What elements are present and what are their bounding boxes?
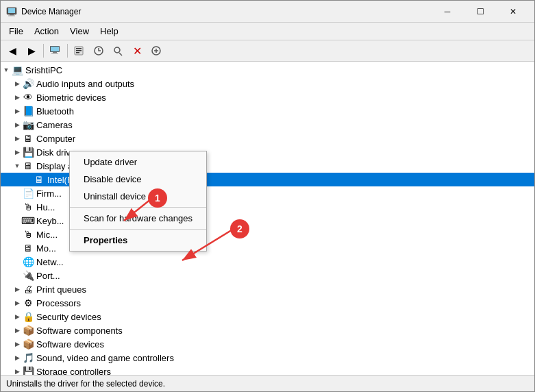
tree-item-icon-keyb: ⌨ <box>23 215 34 226</box>
tree-item-label-sound: Sound, video and game controllers <box>36 353 174 363</box>
status-bar: Uninstalls the driver for the selected d… <box>1 375 534 391</box>
menu-help[interactable]: Help <box>95 24 124 38</box>
tree-expand-icon[interactable]: ▶ <box>12 92 23 103</box>
tree-expand-icon[interactable]: ▶ <box>12 133 23 144</box>
ctx-item-properties[interactable]: Properties <box>70 232 206 249</box>
tree-expand-icon <box>23 174 34 185</box>
tree-expand-icon[interactable]: ▶ <box>12 106 23 117</box>
tree-item-root[interactable]: ▼💻SrishtiPC <box>1 63 534 77</box>
tree-item-cameras[interactable]: ▶📷Cameras <box>1 118 534 132</box>
toolbar: ◀ ▶ <box>1 40 534 62</box>
tree-item-icon-firmware: 📄 <box>23 188 34 199</box>
tree-item-label-root: SrishtiPC <box>25 65 62 75</box>
svg-rect-3 <box>8 15 15 16</box>
tree-item-label-biometric: Biometric devices <box>36 93 106 103</box>
ctx-item-scan[interactable]: Scan for hardware changes <box>70 210 206 227</box>
tree-item-ports[interactable]: 🔌Port... <box>1 269 534 282</box>
toolbar-forward[interactable]: ▶ <box>23 42 40 59</box>
toolbar-properties[interactable] <box>71 42 88 59</box>
tree-expand-icon[interactable]: ▶ <box>12 284 23 295</box>
tree-expand-icon[interactable]: ▶ <box>12 119 23 130</box>
tree-expand-icon[interactable]: ▶ <box>12 311 23 322</box>
tree-item-biometric[interactable]: ▶👁Biometric devices <box>1 90 534 104</box>
svg-rect-11 <box>76 52 79 53</box>
toolbar-update[interactable] <box>90 42 108 59</box>
close-button[interactable]: ✕ <box>497 1 529 23</box>
tree-item-label-audio: Audio inputs and outputs <box>36 79 134 89</box>
tree-item-icon-mice: 🖱 <box>23 229 34 240</box>
toolbar-delete[interactable]: ✕ <box>128 42 146 59</box>
tree-item-label-bluetooth: Bluetooth <box>36 106 74 117</box>
tree-item-software_comp[interactable]: ▶📦Software components <box>1 323 534 337</box>
menu-file[interactable]: File <box>3 24 29 38</box>
menu-view[interactable]: View <box>64 24 95 38</box>
tree-expand-icon[interactable]: ▶ <box>12 325 23 336</box>
status-text: Uninstalls the driver for the selected d… <box>6 379 165 389</box>
tree-item-network[interactable]: 🌐Netw... <box>1 255 534 269</box>
tree-item-icon-display: 🖥 <box>23 160 34 171</box>
tree-expand-icon <box>12 201 23 212</box>
svg-rect-5 <box>51 47 59 51</box>
tree-expand-icon[interactable]: ▶ <box>12 78 23 89</box>
svg-rect-10 <box>76 50 82 51</box>
content-area: ▼💻SrishtiPC▶🔊Audio inputs and outputs▶👁B… <box>1 62 534 375</box>
tree-item-label-network: Netw... <box>36 257 64 267</box>
tree-expand-icon[interactable]: ▶ <box>12 297 23 308</box>
tree-item-label-keyb: Keyb... <box>36 216 64 226</box>
tree-expand-icon[interactable]: ▶ <box>12 366 23 375</box>
tree-item-label-storage: Storage controllers <box>36 367 111 376</box>
tree-item-icon-cameras: 📷 <box>23 119 34 130</box>
tree-expand-icon[interactable]: ▼ <box>12 160 23 171</box>
tree-item-computer[interactable]: ▶🖥Computer <box>1 132 534 145</box>
toolbar-add[interactable] <box>147 42 165 59</box>
device-manager-window: Device Manager ─ ☐ ✕ File Action View He… <box>0 0 535 392</box>
tree-item-label-ports: Port... <box>36 271 60 281</box>
ctx-separator <box>70 207 206 208</box>
tree-expand-icon <box>12 256 23 267</box>
tree-expand-icon[interactable]: ▶ <box>12 339 23 350</box>
toolbar-sep-1 <box>43 44 44 58</box>
tree-item-security[interactable]: ▶🔒Security devices <box>1 310 534 323</box>
ctx-item-disable[interactable]: Disable device <box>70 171 206 188</box>
title-bar-buttons: ─ ☐ ✕ <box>432 1 529 23</box>
svg-rect-6 <box>53 52 57 53</box>
tree-item-icon-security: 🔒 <box>23 311 34 322</box>
tree-expand-icon[interactable]: ▼ <box>1 64 12 75</box>
tree-item-software_dev[interactable]: ▶📦Software devices <box>1 337 534 351</box>
toolbar-sep-2 <box>67 44 68 58</box>
tree-item-print[interactable]: ▶🖨Print queues <box>1 282 534 296</box>
menu-action[interactable]: Action <box>29 24 64 38</box>
toolbar-back[interactable]: ◀ <box>3 42 21 59</box>
minimize-button[interactable]: ─ <box>432 1 463 23</box>
tree-item-label-software_dev: Software devices <box>36 339 104 350</box>
title-bar: Device Manager ─ ☐ ✕ <box>1 1 534 23</box>
tree-item-storage[interactable]: ▶💾Storage controllers <box>1 365 534 375</box>
svg-point-13 <box>114 47 120 53</box>
tree-item-label-security: Security devices <box>36 312 101 322</box>
svg-rect-7 <box>51 53 58 54</box>
tree-expand-icon[interactable]: ▶ <box>12 352 23 363</box>
menu-bar: File Action View Help <box>1 23 534 40</box>
tree-expand-icon[interactable]: ▶ <box>12 147 23 158</box>
tree-expand-icon <box>12 229 23 240</box>
svg-rect-2 <box>10 14 14 16</box>
toolbar-scan[interactable] <box>109 42 127 59</box>
tree-expand-icon <box>12 243 23 254</box>
tree-expand-icon <box>12 188 23 199</box>
maximize-button[interactable]: ☐ <box>464 1 496 23</box>
tree-item-label-software_comp: Software components <box>36 326 123 336</box>
ctx-item-uninstall[interactable]: Uninstall device <box>70 188 206 205</box>
tree-item-label-hum: Hu... <box>36 202 55 212</box>
tree-item-icon-biometric: 👁 <box>23 92 34 103</box>
tree-item-label-monitors: Mo... <box>36 243 56 254</box>
tree-item-sound[interactable]: ▶🎵Sound, video and game controllers <box>1 351 534 365</box>
ctx-item-update[interactable]: Update driver <box>70 154 206 171</box>
tree-item-label-processors: Processors <box>36 298 81 308</box>
tree-item-label-print: Print queues <box>36 284 86 295</box>
tree-item-processors[interactable]: ▶⚙Processors <box>1 296 534 310</box>
tree-item-icon-network: 🌐 <box>23 256 34 267</box>
toolbar-computer[interactable] <box>47 42 64 59</box>
tree-item-label-cameras: Cameras <box>36 120 73 130</box>
tree-item-bluetooth[interactable]: ▶📘Bluetooth <box>1 104 534 118</box>
tree-item-audio[interactable]: ▶🔊Audio inputs and outputs <box>1 77 534 90</box>
